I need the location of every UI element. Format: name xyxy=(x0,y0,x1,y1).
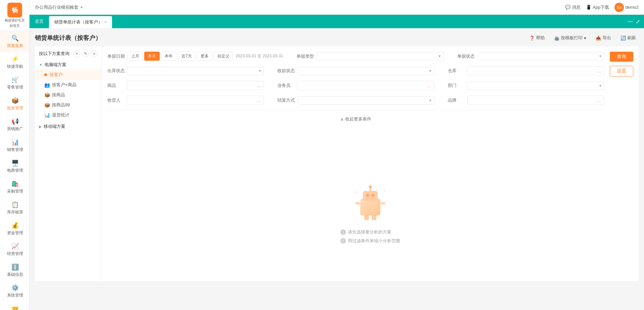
search-icon: 🔍 xyxy=(11,35,19,42)
collapse-icon: « xyxy=(93,51,96,56)
page-title: 销货单统计表（按客户） xyxy=(35,34,101,42)
brand-dots-icon: … xyxy=(597,98,601,103)
refresh-label: 刷新 xyxy=(627,35,636,41)
scheme-item-return-stats[interactable]: 📊 退货统计 xyxy=(35,110,102,120)
goods-select[interactable]: … xyxy=(127,81,264,90)
empty-tip-2: 2 用过滤条件来缩小分析范围 xyxy=(340,238,400,244)
help-btn[interactable]: ❓ 帮助 xyxy=(527,34,547,42)
logo-subtitle: 标签页 xyxy=(10,23,20,28)
sidebar-item-system[interactable]: ⚙️ 系统管理 xyxy=(0,281,29,302)
filter-rows-container: 单据日期 上月 本月 本年 近7天 更多 自定义 xyxy=(107,52,633,125)
sidebar-item-basics[interactable]: ℹ️ 基础信息 xyxy=(0,260,29,281)
action-buttons: 查询 设置 xyxy=(610,52,633,76)
print-btn[interactable]: 🖨️ 按模板打印 ▾ xyxy=(551,34,589,42)
order-status-arrow-icon: ▾ xyxy=(599,54,601,58)
salesperson-select[interactable]: … xyxy=(297,81,434,90)
sidebar-item-collab[interactable]: 🤝 企业协同 xyxy=(0,302,29,310)
date-btn-thisyear[interactable]: 本年 xyxy=(161,52,176,61)
scheme-add-btn[interactable]: + xyxy=(73,50,80,57)
settlement-select[interactable]: ▾ xyxy=(298,96,434,105)
date-btn-last7days[interactable]: 近7天 xyxy=(178,52,196,61)
brand-select[interactable]: … xyxy=(467,96,604,105)
scheme-header-actions: + ✎ « xyxy=(73,50,98,57)
filter-order-status: 单据状态 ▾ xyxy=(457,52,604,60)
right-panel: 单据日期 上月 本月 本年 近7天 更多 自定义 xyxy=(102,46,639,281)
tab-close-icon[interactable]: × xyxy=(104,20,107,24)
order-type-arrow-icon: ▾ xyxy=(439,54,441,58)
industry-dropdown-icon[interactable]: ▾ xyxy=(80,5,83,10)
order-status-select[interactable]: ▾ xyxy=(477,52,604,60)
sidebar-search-label: 搜索菜单 xyxy=(7,43,23,49)
collapse-up-icon: ∧ xyxy=(340,117,344,122)
minimize-icon[interactable]: — xyxy=(628,18,633,24)
order-type-select[interactable]: ▾ xyxy=(317,52,444,60)
svg-rect-7 xyxy=(380,202,385,205)
svg-text:✦: ✦ xyxy=(383,189,386,193)
sidebar-item-sales[interactable]: 📊 销售管理 xyxy=(0,135,29,156)
sidebar-item-wholesale[interactable]: 📦 批发管理 xyxy=(0,94,29,114)
scheme-edit-btn[interactable]: ✎ xyxy=(82,50,89,57)
print-dropdown-icon: ▾ xyxy=(584,36,586,41)
message-icon: 💬 xyxy=(565,5,571,10)
tab-home[interactable]: 首页 xyxy=(30,15,49,28)
export-label: 导出 xyxy=(602,35,611,41)
department-select[interactable]: ▾ xyxy=(467,82,604,90)
expand-icon[interactable]: ⤢ xyxy=(636,18,640,25)
refresh-btn[interactable]: 🔄 刷新 xyxy=(618,34,639,42)
sidebar-operations-label: 经营管理 xyxy=(7,251,23,257)
scheme-item-customer-label: 按客户 xyxy=(50,72,63,78)
collapse-label: 收起更多条件 xyxy=(345,116,371,122)
sidebar: 畅 畅捷通好生意 标签页 🔍 搜索菜单 ⚡ 快捷导航 🛒 零售管理 📦 批发管理… xyxy=(0,0,30,310)
sidebar-item-quicknav[interactable]: ⚡ 快捷导航 xyxy=(0,52,29,73)
collapse-more-btn[interactable]: ∧ 收起更多条件 xyxy=(338,113,374,125)
date-btn-thismonth[interactable]: 本月 xyxy=(144,52,160,61)
filter-delivery-status: 出库状态 ▾ xyxy=(107,67,264,75)
export-btn[interactable]: 📤 导出 xyxy=(593,34,614,42)
query-button[interactable]: 查询 xyxy=(610,52,633,62)
scheme-collapse-btn[interactable]: « xyxy=(91,50,98,57)
scheme-pc-group-header[interactable]: ▼ 电脑端方案 xyxy=(35,60,102,70)
scheme-item-by-goods[interactable]: 📦 按商品 xyxy=(35,90,102,100)
user-name: demo2 xyxy=(625,5,639,10)
date-btn-custom[interactable]: 自定义 xyxy=(214,52,233,61)
sidebar-item-purchase[interactable]: 🛍️ 采购管理 xyxy=(0,177,29,198)
user-menu[interactable]: Ea demo2 xyxy=(614,3,639,12)
help-icon: ❓ xyxy=(529,36,535,41)
filter-goods: 商品 … xyxy=(107,81,264,90)
home-tab-label: 首页 xyxy=(35,18,44,24)
filter-rows: 单据日期 上月 本月 本年 近7天 更多 自定义 xyxy=(107,52,604,125)
return-stats-icon: 📊 xyxy=(44,112,50,118)
sidebar-purchase-label: 采购管理 xyxy=(7,189,23,194)
setting-button[interactable]: 设置 xyxy=(610,66,633,76)
sidebar-item-finance[interactable]: 💰 资金管理 xyxy=(0,218,29,239)
sidebar-system-label: 系统管理 xyxy=(7,293,23,298)
delivery-status-select[interactable]: ▾ xyxy=(127,67,264,75)
sidebar-item-retail[interactable]: 🛒 零售管理 xyxy=(0,73,29,94)
scheme-item-by-customer[interactable]: 按客户 xyxy=(35,70,102,80)
pc-group-label: 电脑端方案 xyxy=(45,62,66,68)
tab-bar: 首页 销货单统计表（按客户） × — ⤢ xyxy=(30,15,644,28)
scheme-mobile-group-header[interactable]: ▶ 移动端方案 xyxy=(35,121,102,132)
tab-sales-stats[interactable]: 销货单统计表（按客户） × xyxy=(49,16,112,28)
filter-row-1: 单据日期 上月 本月 本年 近7天 更多 自定义 xyxy=(107,52,604,61)
filter-brand: 品牌 … xyxy=(448,96,604,105)
receiver-select[interactable]: … xyxy=(127,96,264,105)
filter-row-2: 出库状态 ▾ 收款状态 xyxy=(107,66,604,75)
tip-num-2: 2 xyxy=(340,238,346,244)
order-status-label: 单据状态 xyxy=(457,53,475,59)
sidebar-item-ecommerce[interactable]: 🖥️ 电商管理 xyxy=(0,156,29,177)
app-download-btn[interactable]: 📱 App下载 xyxy=(586,4,609,10)
sidebar-item-search[interactable]: 🔍 搜索菜单 xyxy=(0,31,29,52)
message-btn[interactable]: 💬 消息 xyxy=(565,4,581,10)
sidebar-item-marketing[interactable]: 📢 营销推广 xyxy=(0,114,29,135)
department-label: 部门 xyxy=(448,83,465,89)
sidebar-item-operations[interactable]: 📈 经营管理 xyxy=(0,239,29,260)
scheme-item-customer-goods[interactable]: 👥 按客户+商品 xyxy=(35,80,102,90)
warehouse-select[interactable]: … xyxy=(467,66,604,75)
date-btn-lastmonth[interactable]: 上月 xyxy=(127,52,143,61)
date-btn-more[interactable]: 更多 xyxy=(197,52,212,61)
scheme-item-by-goods99[interactable]: 📦 按商品99 xyxy=(35,100,102,110)
sidebar-item-inventory[interactable]: 📋 库存核算 xyxy=(0,198,29,218)
filter-settlement: 结算方式 ▾ xyxy=(277,96,434,105)
payment-status-select[interactable]: ▾ xyxy=(298,67,434,75)
